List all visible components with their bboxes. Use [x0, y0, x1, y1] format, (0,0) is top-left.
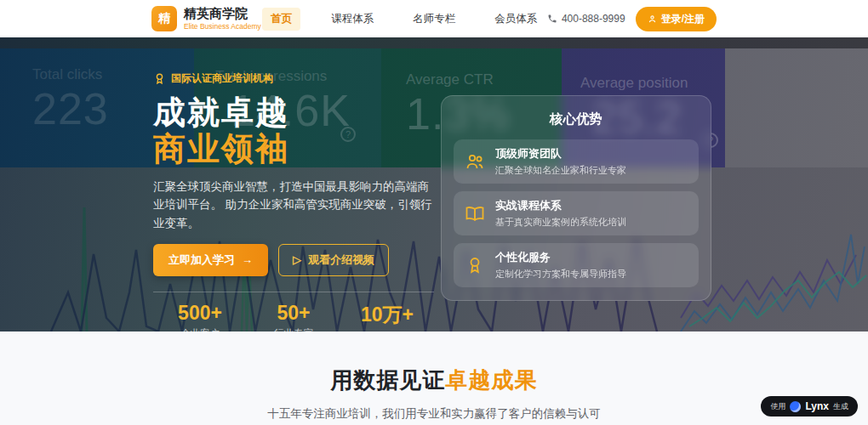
header: 精 精英商学院 Elite Business Academy 首页 课程体系 名…: [0, 0, 868, 37]
stat-experts: 50+ 行业专家: [247, 302, 340, 332]
divider: [153, 292, 434, 292]
stat-students: 10万+ 学员: [340, 302, 434, 332]
nav-item-membership[interactable]: 会员体系: [486, 8, 545, 31]
advantages-title: 核心优势: [454, 110, 699, 128]
login-register-button[interactable]: 登录/注册: [636, 7, 717, 31]
arrow-right-icon: →: [242, 253, 253, 266]
advantage-item-service[interactable]: 个性化服务 定制化学习方案和专属导师指导: [454, 243, 699, 287]
hero-title: 成就卓越 商业领袖: [153, 94, 439, 167]
logo[interactable]: 精 精英商学院 Elite Business Academy: [151, 6, 261, 31]
results-title: 用数据见证卓越成果: [0, 366, 868, 395]
lynx-generated-badge[interactable]: 使用 Lynx 生成: [761, 396, 858, 416]
logo-mark-icon: 精: [151, 6, 177, 31]
hero-stats: 500+ 企业客户 50+ 行业专家 10万+ 学员: [153, 302, 434, 332]
site-title: 精英商学院: [184, 7, 261, 21]
team-icon: [465, 151, 485, 172]
phone-icon: [547, 14, 557, 24]
advantage-item-courses[interactable]: 实战课程体系 基于真实商业案例的系统化培训: [454, 191, 699, 235]
results-subtitle: 十五年专注商业培训，我们用专业和实力赢得了客户的信赖与认可: [0, 406, 868, 422]
medal-icon: [465, 255, 485, 275]
play-icon: ▷: [293, 253, 301, 266]
nav-item-teachers[interactable]: 名师专栏: [404, 8, 464, 31]
hero-description: 汇聚全球顶尖商业智慧，打造中国最具影响力的高端商业培训平台。 助力企业家和高管实…: [153, 178, 439, 233]
medal-icon: [153, 72, 166, 85]
main-nav: 首页 课程体系 名师专栏 会员体系: [262, 8, 545, 31]
advantage-item-team[interactable]: 顶级师资团队 汇聚全球知名企业家和行业专家: [454, 139, 699, 184]
stat-clients: 500+ 企业客户: [153, 302, 247, 332]
lynx-icon: [790, 401, 801, 412]
book-icon: [465, 203, 485, 224]
phone-number[interactable]: 400-888-9999: [547, 13, 625, 25]
certification-badge: 国际认证商业培训机构: [153, 71, 439, 86]
nav-item-home[interactable]: 首页: [262, 8, 300, 31]
site-subtitle: Elite Business Academy: [184, 22, 261, 31]
results-section: 用数据见证卓越成果 十五年专注商业培训，我们用专业和实力赢得了客户的信赖与认可 …: [0, 332, 868, 425]
hero-section: Total clicks 223 Total impressions 14.6K…: [0, 37, 868, 332]
join-now-button[interactable]: 立即加入学习 →: [153, 244, 268, 276]
person-icon: [648, 14, 657, 24]
watch-video-button[interactable]: ▷ 观看介绍视频: [278, 244, 389, 276]
nav-item-courses[interactable]: 课程体系: [323, 8, 382, 31]
core-advantages-card: 核心优势 顶级师资团队 汇聚全球知名企业家和行业专家 实战课程体系 基于真实商业…: [441, 95, 711, 301]
